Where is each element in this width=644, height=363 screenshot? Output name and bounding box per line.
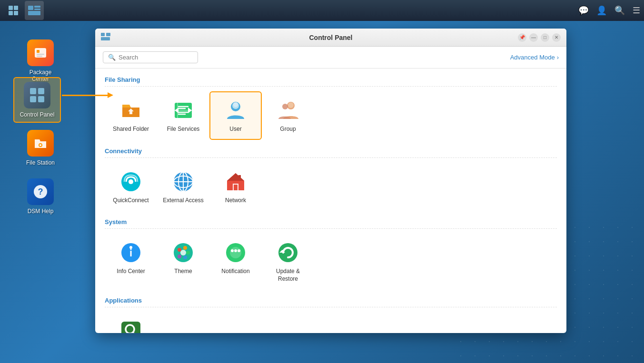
svg-point-57	[234, 249, 237, 252]
svg-rect-20	[101, 33, 105, 36]
taskbar-right: 💬 👤 🔍 ☰	[578, 5, 640, 16]
file-sharing-grid: Shared Folder File Services	[105, 91, 557, 140]
search-box[interactable]: 🔍	[103, 51, 198, 63]
svg-rect-9	[37, 50, 40, 53]
update-restore-icon	[276, 240, 300, 265]
file-station-label: File Station	[26, 159, 55, 166]
arrow-connector	[62, 95, 109, 96]
svg-point-58	[238, 249, 240, 252]
panel-icon-group[interactable]: Group	[262, 91, 314, 140]
panel-icon-external-access[interactable]: External Access	[157, 163, 209, 211]
panel-icon-shared-folder[interactable]: Shared Folder	[105, 91, 157, 140]
desktop-icon-dsm-help[interactable]: ? DSM Help	[17, 175, 64, 218]
search-icon: 🔍	[108, 54, 116, 61]
svg-rect-7	[28, 11, 40, 15]
panel-icon-info-center[interactable]: i Info Center	[105, 234, 157, 289]
svg-rect-10	[37, 54, 44, 55]
svg-rect-2	[9, 11, 13, 15]
chat-icon[interactable]: 💬	[578, 5, 589, 16]
shared-folder-label: Shared Folder	[113, 126, 149, 133]
svg-rect-1	[14, 6, 18, 10]
indexing-service-icon	[119, 319, 143, 333]
panel-icon-user[interactable]: User	[209, 91, 262, 140]
svg-point-50	[186, 251, 190, 255]
svg-point-53	[180, 250, 186, 255]
pin-button[interactable]: 📌	[518, 33, 526, 42]
window-controls: 📌 — □ ✕	[518, 33, 561, 42]
window-title: Control Panel	[309, 34, 352, 41]
svg-rect-21	[106, 33, 110, 36]
svg-rect-43	[234, 185, 238, 190]
svg-rect-61	[121, 322, 140, 333]
search-taskbar-icon[interactable]: 🔍	[614, 5, 625, 16]
section-file-sharing: File Sharing	[105, 76, 557, 87]
desktop-icon-file-station[interactable]: File Station	[17, 126, 64, 170]
info-center-icon: i	[119, 240, 143, 265]
advanced-mode-button[interactable]: Advanced Mode ›	[510, 54, 559, 61]
svg-rect-6	[34, 9, 40, 10]
dsm-help-label: DSM Help	[28, 208, 54, 215]
search-input[interactable]	[119, 54, 193, 61]
taskbar-control-panel[interactable]	[25, 1, 44, 20]
panel-icon-network[interactable]: Network	[209, 163, 262, 211]
window-title-icon	[101, 33, 110, 42]
group-label: Group	[280, 126, 296, 133]
notification-icon	[223, 240, 248, 265]
svg-rect-14	[30, 96, 36, 102]
panel-icon-indexing-service[interactable]: Indexing Service	[105, 312, 157, 333]
panel-icon-theme[interactable]: Theme	[157, 234, 209, 289]
update-restore-label: Update & Restore	[267, 268, 309, 283]
svg-text:?: ?	[38, 187, 43, 196]
external-access-label: External Access	[163, 197, 203, 205]
theme-label: Theme	[174, 268, 192, 275]
svg-rect-12	[30, 88, 36, 94]
panel-icon-quickconnect[interactable]: QuickConnect	[105, 163, 157, 211]
quickconnect-label: QuickConnect	[113, 197, 149, 205]
connectivity-grid: QuickConnect External Access	[105, 163, 557, 211]
svg-rect-42	[238, 175, 241, 179]
svg-point-48	[178, 248, 181, 252]
svg-point-17	[40, 144, 41, 146]
svg-point-51	[183, 255, 187, 259]
svg-rect-22	[101, 37, 110, 40]
advanced-mode-label: Advanced Mode	[510, 54, 555, 61]
svg-rect-5	[34, 6, 40, 8]
svg-point-31	[288, 102, 294, 108]
network-icon	[223, 169, 248, 194]
window-toolbar: 🔍 Advanced Mode ›	[95, 47, 566, 69]
maximize-button[interactable]: □	[541, 33, 549, 42]
svg-point-28	[233, 102, 238, 107]
taskbar-app-switcher[interactable]	[4, 1, 23, 20]
quickconnect-icon	[119, 169, 143, 194]
svg-rect-15	[38, 96, 44, 102]
file-services-label: File Services	[167, 126, 200, 133]
svg-point-55	[230, 247, 241, 258]
svg-rect-0	[9, 6, 13, 10]
svg-point-56	[231, 249, 234, 252]
menu-icon[interactable]: ☰	[633, 5, 640, 16]
svg-rect-13	[38, 88, 44, 94]
panel-icon-notification[interactable]: Notification	[209, 234, 262, 289]
svg-point-52	[178, 255, 181, 258]
theme-icon	[171, 240, 196, 265]
control-panel-label: Control Panel	[20, 111, 55, 118]
user-icon[interactable]: 👤	[596, 5, 607, 16]
desktop-icon-control-panel[interactable]: Control Panel	[13, 77, 61, 123]
user-icon	[223, 98, 248, 123]
user-label: User	[229, 126, 241, 133]
svg-point-49	[183, 246, 187, 250]
network-label: Network	[225, 197, 246, 205]
svg-point-30	[282, 104, 288, 109]
advanced-mode-arrow: ›	[557, 54, 559, 61]
svg-marker-40	[227, 173, 244, 181]
panel-icon-update-restore[interactable]: Update & Restore	[262, 234, 314, 289]
svg-rect-4	[28, 6, 33, 10]
external-access-icon	[171, 169, 196, 194]
minimize-button[interactable]: —	[529, 33, 538, 42]
panel-icon-file-services[interactable]: File Services	[157, 91, 209, 140]
info-center-label: Info Center	[117, 268, 145, 275]
close-button[interactable]: ✕	[552, 33, 561, 42]
taskbar: 💬 👤 🔍 ☰	[0, 0, 644, 21]
window-titlebar: Control Panel 📌 — □ ✕	[95, 29, 566, 47]
svg-rect-3	[14, 11, 18, 15]
